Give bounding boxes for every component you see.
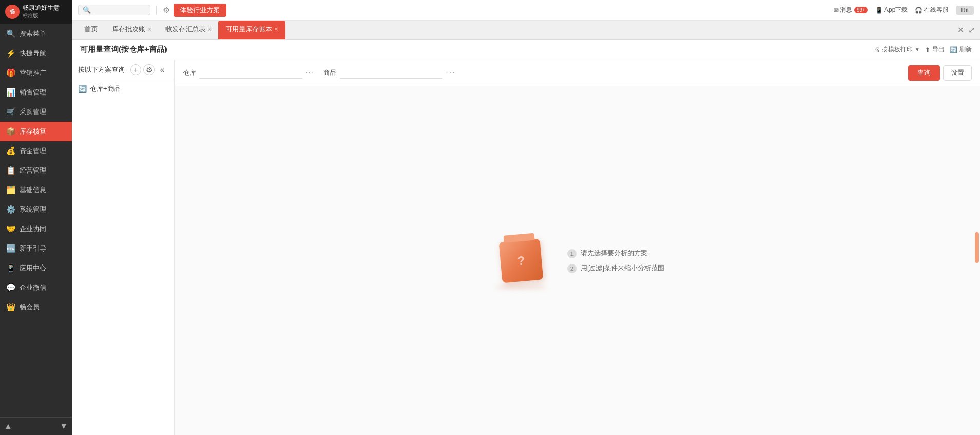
product-filter-more-icon[interactable]: ··· <box>446 68 455 78</box>
left-panel: 按以下方案查询 + ⚙ « 🔄 仓库+商品 <box>72 60 175 435</box>
topbar-divider <box>156 6 157 15</box>
left-panel-title: 按以下方案查询 <box>78 65 125 74</box>
warehouse-product-icon: 🔄 <box>78 85 87 93</box>
filter-row: 仓库 ··· 商品 ··· 查询 设置 <box>175 60 980 86</box>
refresh-icon: 🔄 <box>950 46 957 53</box>
sidebar-item-guide[interactable]: 🆕 新手引导 <box>0 239 72 258</box>
trial-button[interactable]: 体验行业方案 <box>174 4 226 17</box>
tabs-expand-button[interactable]: ⤢ <box>968 25 975 35</box>
sidebar-item-label: 企业协同 <box>20 224 46 234</box>
tab-receipt-summary[interactable]: 收发存汇总表 × <box>158 21 218 39</box>
user-name: Rit <box>961 7 969 14</box>
sidebar-item-system[interactable]: ⚙️ 系统管理 <box>0 200 72 219</box>
sidebar: 畅 畅康通好生意 标准版 🔍 搜索菜单 ⚡ 快捷导航 🎁 营销推广 📊 销售管理… <box>0 0 72 435</box>
tabs-right-actions: ✕ ⤢ <box>957 25 975 35</box>
tab-available-stock-close[interactable]: × <box>274 26 278 33</box>
sidebar-item-basic[interactable]: 🗂️ 基础信息 <box>0 180 72 200</box>
empty-tip-1: 1 请先选择要分析的方案 <box>567 249 664 258</box>
sidebar-item-marketing[interactable]: 🎁 营销推广 <box>0 63 72 83</box>
tab-batch-account-label: 库存批次账 <box>112 25 145 34</box>
sidebar-item-purchase[interactable]: 🛒 采购管理 <box>0 102 72 122</box>
tab-batch-account[interactable]: 库存批次账 × <box>105 21 158 39</box>
empty-tips: 1 请先选择要分析的方案 2 用[过滤]条件来缩小分析范围 <box>567 249 664 273</box>
message-badge: 99+ <box>854 7 868 13</box>
warehouse-filter-more-icon[interactable]: ··· <box>305 68 315 78</box>
tabs-close-all-button[interactable]: ✕ <box>957 25 964 35</box>
message-area[interactable]: ✉ 消息 99+ <box>834 6 868 14</box>
collab-icon: 🤝 <box>6 224 15 234</box>
header-actions: 🖨 按模板打印 ▼ ⬆ 导出 🔄 刷新 <box>874 45 972 54</box>
warehouse-filter-input[interactable] <box>199 67 302 79</box>
member-icon: 👑 <box>6 302 15 312</box>
empty-shadow <box>495 285 547 290</box>
topbar: 🔍 ⚙ 体验行业方案 ✉ 消息 99+ 📱 App下载 🎧 在线客服 Rit <box>72 0 980 21</box>
search-icon: 🔍 <box>6 29 15 39</box>
page-title: 可用量查询(按仓库+商品) <box>80 45 167 54</box>
app-name: 畅康通好生意 <box>23 4 60 12</box>
online-service-area[interactable]: 🎧 在线客服 <box>915 6 949 14</box>
topbar-right: ✉ 消息 99+ 📱 App下载 🎧 在线客服 Rit <box>834 6 974 15</box>
warehouse-filter-group: 仓库 ··· <box>183 67 315 79</box>
sidebar-item-label: 经营管理 <box>20 166 46 175</box>
sidebar-item-collab[interactable]: 🤝 企业协同 <box>0 219 72 239</box>
sidebar-item-appcenter[interactable]: 📱 应用中心 <box>0 258 72 278</box>
app-download-label: App下载 <box>884 6 908 14</box>
tab-available-stock[interactable]: 可用量库存账本 × <box>218 21 285 39</box>
topbar-gear-icon[interactable]: ⚙ <box>163 6 170 15</box>
refresh-button[interactable]: 🔄 刷新 <box>950 45 972 54</box>
empty-tip-1-text: 请先选择要分析的方案 <box>581 249 648 258</box>
empty-illustration <box>490 230 552 292</box>
template-print-dropdown-icon[interactable]: ▼ <box>915 47 920 52</box>
system-icon: ⚙️ <box>6 205 15 214</box>
sidebar-item-wxwork[interactable]: 💬 企业微信 <box>0 278 72 297</box>
tab-receipt-summary-label: 收发存汇总表 <box>165 25 206 34</box>
tab-bar: 首页 库存批次账 × 收发存汇总表 × 可用量库存账本 × ✕ ⤢ <box>72 21 980 40</box>
sidebar-item-member[interactable]: 👑 畅会员 <box>0 297 72 317</box>
online-service-icon: 🎧 <box>915 7 922 14</box>
app-badge: 标准版 <box>23 12 60 20</box>
template-print-button[interactable]: 🖨 按模板打印 ▼ <box>874 45 920 54</box>
left-panel-item-warehouse-product[interactable]: 🔄 仓库+商品 <box>72 80 174 98</box>
settings-button[interactable]: 设置 <box>943 65 972 81</box>
empty-box-icon <box>499 238 544 283</box>
sidebar-item-operations[interactable]: 📋 经营管理 <box>0 161 72 180</box>
warehouse-filter-label: 仓库 <box>183 68 196 78</box>
sidebar-scroll-down-btn[interactable]: ▼ <box>60 422 68 431</box>
tab-available-stock-label: 可用量库存账本 <box>226 25 272 34</box>
sidebar-item-label: 库存核算 <box>20 127 46 136</box>
main-area: 🔍 ⚙ 体验行业方案 ✉ 消息 99+ 📱 App下载 🎧 在线客服 Rit <box>72 0 980 435</box>
tab-receipt-summary-close[interactable]: × <box>208 26 211 33</box>
tab-batch-account-close[interactable]: × <box>147 26 151 33</box>
left-panel-gear-button[interactable]: ⚙ <box>143 64 155 75</box>
sidebar-item-quicknav[interactable]: ⚡ 快捷导航 <box>0 44 72 63</box>
app-download-area[interactable]: 📱 App下载 <box>875 6 908 14</box>
wxwork-icon: 💬 <box>6 283 15 292</box>
product-filter-input[interactable] <box>340 67 442 79</box>
user-info[interactable]: Rit <box>956 6 974 15</box>
left-panel-actions: + ⚙ « <box>130 64 168 75</box>
sidebar-item-finance[interactable]: 💰 资金管理 <box>0 141 72 161</box>
topbar-search-input[interactable] <box>93 7 144 14</box>
left-panel-collapse-button[interactable]: « <box>157 64 168 75</box>
sidebar-item-sales[interactable]: 📊 销售管理 <box>0 83 72 102</box>
tab-home[interactable]: 首页 <box>77 21 105 39</box>
finance-icon: 💰 <box>6 146 15 156</box>
sidebar-bottom: ▲ ▼ <box>0 417 72 435</box>
content-body: 按以下方案查询 + ⚙ « 🔄 仓库+商品 仓库 ··· <box>72 60 980 435</box>
message-label: 消息 <box>840 6 852 14</box>
purchase-icon: 🛒 <box>6 107 15 117</box>
right-scrollbar[interactable] <box>975 232 979 263</box>
appcenter-icon: 📱 <box>6 263 15 273</box>
query-button[interactable]: 查询 <box>908 65 940 81</box>
export-button[interactable]: ⬆ 导出 <box>925 45 945 54</box>
left-panel-add-button[interactable]: + <box>130 64 141 75</box>
sidebar-scroll-up-btn[interactable]: ▲ <box>4 422 12 431</box>
sidebar-item-label: 销售管理 <box>20 88 46 97</box>
sidebar-item-label: 快捷导航 <box>20 49 46 58</box>
product-filter-group: 商品 ··· <box>323 67 455 79</box>
sidebar-item-label: 采购管理 <box>20 107 46 117</box>
sidebar-item-inventory[interactable]: 📦 库存核算 <box>0 122 72 141</box>
sidebar-item-search[interactable]: 🔍 搜索菜单 <box>0 24 72 44</box>
online-service-label: 在线客服 <box>924 6 949 14</box>
refresh-label: 刷新 <box>959 45 972 54</box>
